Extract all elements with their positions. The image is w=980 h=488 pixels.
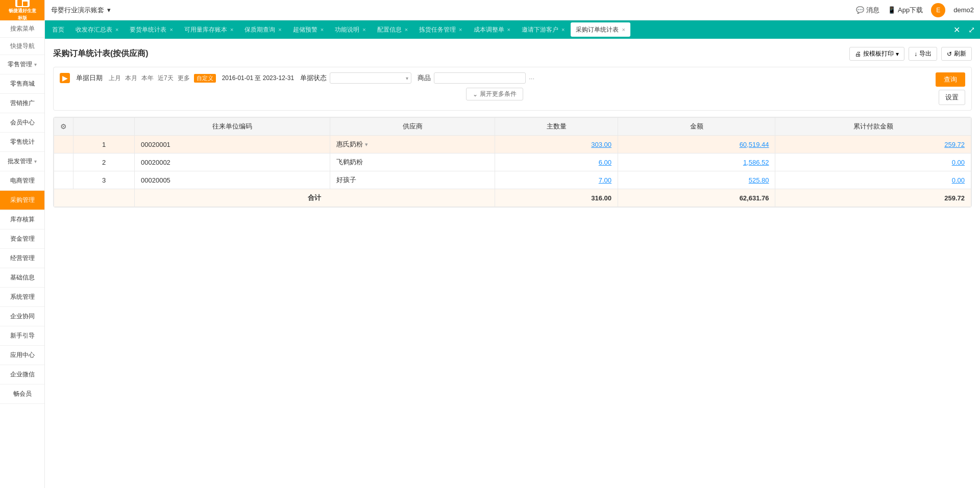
tab-config-info[interactable]: 配置信息 ×	[372, 22, 413, 37]
sidebar-search[interactable]: 搜索菜单	[0, 20, 44, 38]
sidebar-item-basic-info[interactable]: 基础信息	[0, 268, 44, 288]
shortcut-this-year[interactable]: 本年	[141, 74, 154, 83]
tab-close-icon[interactable]: ×	[622, 27, 625, 33]
goods-input[interactable]	[434, 72, 526, 84]
settings-button[interactable]: 设置	[939, 90, 965, 105]
filter-query-section: ▶ 单据日期 上月 本月 本年 近7天 更多 自定义 20	[60, 72, 965, 105]
more-options-icon[interactable]: ···	[529, 74, 534, 82]
tab-receive-send-summary[interactable]: 收发存汇总表 ×	[70, 22, 124, 37]
row-gear-cell	[54, 136, 74, 153]
sidebar-quick-nav[interactable]: 快捷导航	[0, 38, 44, 55]
tab-close-icon[interactable]: ×	[507, 27, 510, 33]
sidebar-item-label: 零售商城	[10, 80, 35, 88]
tab-function-desc[interactable]: 功能说明 ×	[330, 22, 371, 37]
footer-amount: 62,631.76	[618, 189, 775, 207]
user-avatar[interactable]: E	[931, 3, 945, 17]
tab-overstock[interactable]: 超储预警 ×	[288, 22, 329, 37]
sidebar: 畅捷通好生意 标版 搜索菜单 快捷导航 零售管理 ▾ 零售商城 营销推广 会员中…	[0, 0, 45, 488]
table-row[interactable]: 1 00020001 惠氏奶粉 ▾ 303.00 60,519.44 259.7…	[54, 136, 971, 153]
tab-close-icon[interactable]: ×	[115, 27, 118, 33]
sidebar-item-enterprise-wechat[interactable]: 企业微信	[0, 365, 44, 384]
column-settings-button[interactable]: ⚙	[60, 122, 67, 131]
sidebar-item-label: 库存核算	[10, 215, 35, 224]
tab-close-icon[interactable]: ×	[459, 27, 462, 33]
date-from: 2016-01-01	[222, 74, 253, 82]
sidebar-item-operations[interactable]: 经营管理	[0, 249, 44, 268]
sidebar-item-marketing[interactable]: 营销推广	[0, 94, 44, 113]
tab-usable-inventory[interactable]: 可用量库存账本 ×	[179, 22, 238, 37]
sidebar-item-wholesale-mgmt[interactable]: 批发管理 ▾	[0, 152, 44, 171]
export-icon: ↓	[914, 50, 917, 58]
row-amount: 1,586.52	[618, 153, 775, 171]
sidebar-item-member-service[interactable]: 畅会员	[0, 384, 44, 404]
tab-close-icon[interactable]: ×	[278, 27, 281, 33]
tab-close-icon[interactable]: ×	[561, 27, 565, 33]
row-supplier: 飞鹤奶粉	[330, 153, 495, 171]
tab-purchase-order-stats[interactable]: 采购订单统计表 ×	[571, 22, 630, 37]
footer-paid: 259.72	[775, 189, 971, 207]
chevron-down-icon: ▾	[34, 159, 37, 164]
tab-cost-adjustment[interactable]: 成本调整单 ×	[469, 22, 516, 37]
sidebar-item-retail-stats[interactable]: 零售统计	[0, 133, 44, 152]
sidebar-item-finance[interactable]: 资金管理	[0, 229, 44, 249]
date-label: 单据日期	[76, 73, 103, 83]
sidebar-item-label: 畅会员	[13, 390, 32, 398]
tab-close-icon[interactable]: ×	[321, 27, 324, 33]
goods-filter-field: 商品 ···	[418, 72, 534, 84]
status-select[interactable]	[330, 72, 411, 84]
page-content: 采购订单统计表(按供应商) 🖨 按模板打印 ▾ ↓ 导出 ↺ 刷新	[45, 39, 980, 488]
sidebar-item-purchase-mgmt[interactable]: 采购管理	[0, 191, 44, 210]
tab-home[interactable]: 首页	[47, 22, 69, 37]
row-amount: 60,519.44	[618, 136, 775, 153]
sidebar-item-ecommerce[interactable]: 电商管理	[0, 171, 44, 191]
tab-close-all-button[interactable]: ✕	[950, 24, 963, 36]
tab-close-icon[interactable]: ×	[169, 27, 173, 33]
table-row[interactable]: 2 00020002 飞鹤奶粉 6.00 1,586.52 0.00	[54, 153, 971, 171]
tab-shelf-life[interactable]: 保质期查询 ×	[239, 22, 286, 37]
status-label: 单据状态	[300, 73, 327, 83]
shortcut-last-month[interactable]: 上月	[109, 74, 121, 83]
user-name[interactable]: demo2	[953, 6, 974, 14]
expand-conditions-button[interactable]: ⌄ 展开更多条件	[466, 88, 523, 100]
tab-expand-button[interactable]: ⤢	[965, 24, 978, 36]
shortcut-7days[interactable]: 近7天	[158, 74, 174, 83]
tab-close-icon[interactable]: ×	[405, 27, 408, 33]
sidebar-item-app-center[interactable]: 应用中心	[0, 346, 44, 365]
print-button[interactable]: 🖨 按模板打印 ▾	[849, 47, 904, 61]
tab-bar-actions: ✕ ⤢	[950, 24, 978, 36]
col-amount-header: 金额	[618, 118, 775, 136]
svg-rect-1	[23, 2, 28, 6]
table-footer-row: 合计 316.00 62,631.76 259.72	[54, 189, 971, 207]
refresh-button[interactable]: ↺ 刷新	[941, 47, 972, 61]
message-button[interactable]: 💬 消息	[856, 6, 879, 15]
sidebar-item-system-mgmt[interactable]: 系统管理	[0, 288, 44, 307]
sidebar-item-label: 企业协同	[10, 312, 35, 321]
sidebar-item-retail-mgmt[interactable]: 零售管理 ▾	[0, 55, 44, 74]
tab-close-icon[interactable]: ×	[230, 27, 233, 33]
export-button[interactable]: ↓ 导出	[909, 47, 937, 61]
table-header-row: ⚙ 往来单位编码 供应商 主数量 金额 累计付款金额	[54, 118, 971, 136]
sidebar-item-enterprise-collab[interactable]: 企业协同	[0, 307, 44, 326]
top-header: 母婴行业演示账套 ▾ 💬 消息 📱 App下载 E demo2	[45, 0, 980, 20]
table-row[interactable]: 3 00020005 好孩子 7.00 525.80 0.00	[54, 171, 971, 189]
sidebar-item-member[interactable]: 会员中心	[0, 113, 44, 133]
logo-text: 畅捷通好生意	[9, 8, 36, 14]
filter-toggle-button[interactable]: ▶	[60, 73, 70, 83]
shortcut-more[interactable]: 更多	[178, 74, 190, 83]
sidebar-item-retail-shop[interactable]: 零售商城	[0, 74, 44, 94]
row-paid: 0.00	[775, 153, 971, 171]
sidebar-item-newbie-guide[interactable]: 新手引导	[0, 326, 44, 346]
sidebar-item-label: 资金管理	[10, 235, 35, 243]
page-title-actions: 🖨 按模板打印 ▾ ↓ 导出 ↺ 刷新	[849, 47, 972, 61]
tab-close-icon[interactable]: ×	[362, 27, 365, 33]
tab-invite-downstream[interactable]: 邀请下游客户 ×	[517, 22, 570, 37]
svg-rect-0	[17, 0, 22, 6]
tab-pick-task[interactable]: 拣货任务管理 ×	[414, 22, 467, 37]
tab-order-stats[interactable]: 要货单统计表 ×	[125, 22, 178, 37]
shortcut-this-month[interactable]: 本月	[125, 74, 137, 83]
sidebar-item-label: 电商管理	[10, 176, 35, 185]
query-button[interactable]: 查询	[936, 72, 965, 87]
app-download-button[interactable]: 📱 App下载	[888, 6, 923, 15]
tab-label: 要货单统计表	[130, 25, 166, 34]
sidebar-item-inventory[interactable]: 库存核算	[0, 210, 44, 229]
